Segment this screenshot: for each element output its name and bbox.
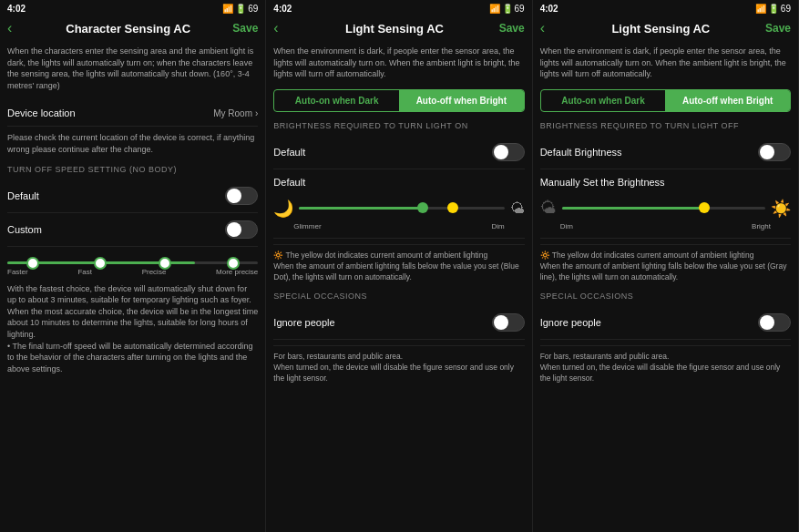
status-icons-3: 📶 🔋 69: [755, 4, 791, 14]
battery-icon-1: 🔋: [235, 4, 246, 14]
sun-dim-icon-2: 🌤: [510, 200, 525, 217]
speed-slider-track[interactable]: [7, 261, 258, 264]
chevron-right-icon-1: ›: [255, 108, 258, 118]
moon-icon-2: 🌙: [273, 199, 293, 219]
mode-tabs-2: Auto-on when Dark Auto-off when Bright: [273, 89, 524, 112]
time-2: 4:02: [273, 4, 292, 14]
slider-dot-precise[interactable]: [159, 257, 171, 270]
status-bar-3: 4:02 📶 🔋 69: [533, 0, 798, 16]
nav-bar-3: ‹ Light Sensing AC Save: [533, 16, 798, 40]
ignore-people-toggle-3[interactable]: [758, 313, 791, 332]
special-section-3: SPECIAL OCCASIONS: [540, 292, 791, 301]
slider-note-2: 🔆 The yellow dot indicates current amoun…: [273, 244, 524, 283]
green-dot-2: [417, 202, 428, 213]
slider-labels: Faster Fast Precise More precise: [7, 268, 258, 276]
nav-bar-1: ‹ Character Sensing AC Save: [0, 16, 265, 40]
slider-dot-faster[interactable]: [26, 257, 39, 270]
battery-level-3: 69: [781, 4, 791, 14]
special-note-2: For bars, restaurants and public area.Wh…: [273, 345, 524, 384]
turn-off-section-header: TURN OFF SPEED SETTING (NO BODY): [7, 165, 258, 174]
device-location-text: My Room: [213, 108, 252, 118]
bright-label-3: Bright: [752, 222, 771, 230]
time-3: 4:02: [540, 4, 558, 14]
location-note: Please check the current location of the…: [7, 132, 258, 155]
ignore-people-toggle-2[interactable]: [492, 313, 525, 332]
default-toggle-1[interactable]: [225, 187, 258, 205]
ignore-people-label-2: Ignore people: [273, 317, 334, 328]
brightness-fill-3: [562, 207, 704, 210]
brightness-labels-2: Glimmer Dim: [273, 222, 524, 230]
save-button-3[interactable]: Save: [763, 22, 791, 35]
nav-title-3: Light Sensing AC: [558, 22, 763, 36]
slider-note-3: 🔆 The yellow dot indicates current amoun…: [540, 244, 791, 283]
label-fast: Fast: [77, 268, 92, 276]
moon-icon-3: 🌤: [540, 199, 557, 218]
mode-tabs-3: Auto-on when Dark Auto-off when Bright: [540, 89, 791, 112]
speed-slider-container: Faster Fast Precise More precise: [7, 261, 258, 276]
nav-title-2: Light Sensing AC: [292, 22, 497, 36]
brightness-slider-label-2: Default: [273, 177, 305, 188]
description-1: When the characters enter the sensing ar…: [7, 46, 258, 91]
default-row-1: Default: [7, 179, 258, 213]
default-brightness-label-3: Default Brightness: [540, 147, 622, 158]
ignore-people-row-3: Ignore people: [540, 306, 791, 340]
save-button-2[interactable]: Save: [497, 22, 525, 35]
nav-bar-2: ‹ Light Sensing AC Save: [266, 16, 531, 40]
slider-dot-more-precise[interactable]: [227, 257, 240, 270]
signal-icon-3: 📶: [755, 4, 766, 14]
manual-brightness-row-3: Manually Set the Brightness 🌤 ☀️ Dim Bri…: [540, 169, 791, 239]
tab-auto-on-dark-3[interactable]: Auto-on when Dark: [541, 90, 666, 111]
description-3: When the environment is dark, if people …: [540, 46, 791, 80]
glimmer-label: Glimmer: [293, 222, 321, 230]
label-faster: Faster: [7, 268, 28, 276]
brightness-fill-2: [299, 207, 422, 210]
nav-title-1: Character Sensing AC: [26, 22, 230, 36]
default-brightness-toggle-2[interactable]: [492, 143, 525, 161]
sun-bright-icon-3: ☀️: [771, 199, 791, 219]
content-2: When the environment is dark, if people …: [266, 40, 531, 532]
description-2: When the environment is dark, if people …: [273, 46, 524, 80]
custom-row-1: Custom: [7, 213, 258, 247]
time-1: 4:02: [7, 4, 26, 14]
back-button-2[interactable]: ‹: [273, 20, 292, 36]
status-icons-2: 📶 🔋 69: [489, 4, 525, 14]
status-bar-2: 4:02 📶 🔋 69: [266, 0, 531, 16]
content-3: When the environment is dark, if people …: [533, 40, 798, 532]
content-1: When the characters enter the sensing ar…: [0, 40, 265, 532]
default-brightness-toggle-3[interactable]: [758, 143, 791, 161]
dim-label-3: Dim: [560, 222, 573, 230]
desc-bottom-1: With the fastest choice, the device will…: [7, 283, 258, 375]
battery-level-2: 69: [515, 4, 525, 14]
ignore-people-label-3: Ignore people: [540, 317, 601, 328]
panel-light-sensing-dark: 4:02 📶 🔋 69 ‹ Light Sensing AC Save When…: [266, 0, 532, 532]
brightness-section-3: BRIGHTNESS REQUIRED TO TURN LIGHT OFF: [540, 121, 791, 130]
default-brightness-row-3: Default Brightness: [540, 136, 791, 169]
label-more-precise: More precise: [216, 268, 258, 276]
save-button-1[interactable]: Save: [230, 22, 258, 35]
special-section-2: SPECIAL OCCASIONS: [273, 292, 524, 301]
custom-label-1: Custom: [7, 224, 42, 235]
back-button-1[interactable]: ‹: [7, 20, 26, 36]
brightness-slider-3[interactable]: 🌤 ☀️ Dim Bright: [540, 199, 791, 230]
yellow-dot-3: [699, 202, 710, 213]
custom-toggle-1[interactable]: [225, 220, 258, 239]
default-brightness-row-2: Default: [273, 136, 524, 169]
default-brightness-label-2: Default: [273, 147, 305, 158]
tab-auto-off-bright-2[interactable]: Auto-off when Bright: [399, 90, 524, 111]
tab-auto-on-dark-2[interactable]: Auto-on when Dark: [274, 90, 399, 111]
brightness-slider-2[interactable]: 🌙 🌤 Glimmer Dim: [273, 199, 524, 230]
device-location-label: Device location: [7, 107, 76, 118]
tab-auto-off-bright-3[interactable]: Auto-off when Bright: [665, 90, 790, 111]
device-location-value: My Room ›: [213, 108, 258, 118]
panel-character-sensing: 4:02 📶 🔋 69 ‹ Character Sensing AC Save …: [0, 0, 266, 532]
battery-icon-2: 🔋: [502, 4, 513, 14]
back-button-3[interactable]: ‹: [540, 20, 558, 36]
manual-brightness-label-3: Manually Set the Brightness: [540, 177, 665, 188]
slider-dot-fast[interactable]: [94, 257, 107, 270]
ignore-people-row-2: Ignore people: [273, 306, 524, 340]
device-location-row[interactable]: Device location My Room ›: [7, 100, 258, 127]
default-label-1: Default: [7, 190, 39, 201]
status-bar-1: 4:02 📶 🔋 69: [0, 0, 265, 16]
special-note-3: For bars, restaurants and public area.Wh…: [540, 345, 791, 384]
battery-level-1: 69: [248, 4, 258, 14]
